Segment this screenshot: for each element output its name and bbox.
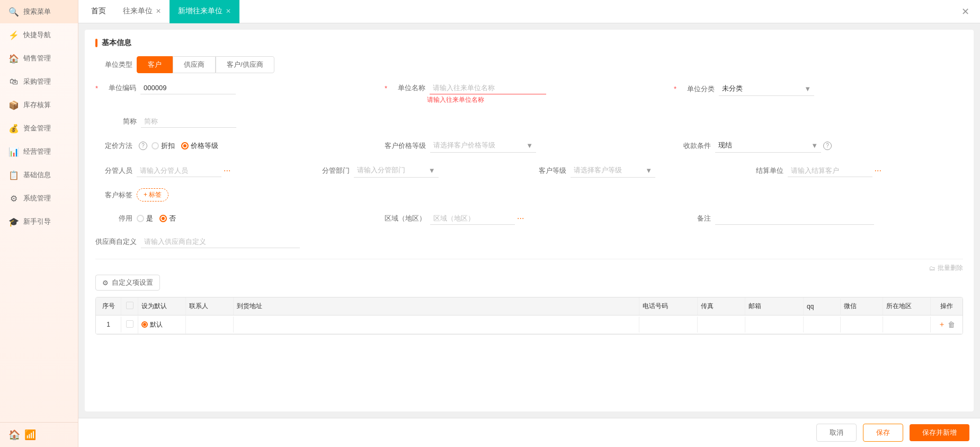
unit-type-supplier[interactable]: 供应商 xyxy=(173,56,216,73)
payment-terms-select[interactable]: 现结 ▼ xyxy=(715,138,821,153)
settlement-unit-ellipsis[interactable]: ··· xyxy=(872,166,884,176)
disabled-yes[interactable]: 是 xyxy=(137,214,153,223)
manager-input[interactable] xyxy=(137,164,221,177)
tab-new-trading-partner[interactable]: 新增往来单位 ✕ xyxy=(170,0,239,23)
sidebar-item-label: 系统管理 xyxy=(23,194,51,203)
sidebar-item-purchase[interactable]: 🛍 采购管理 xyxy=(0,70,78,93)
settlement-unit-input[interactable] xyxy=(788,164,872,177)
unit-type-both[interactable]: 客户/供应商 xyxy=(216,56,274,73)
unit-name-label: 单位名称 xyxy=(388,83,425,93)
disabled-field: 停用 是 否 xyxy=(95,214,380,223)
sidebar-item-system[interactable]: ⚙ 系统管理 xyxy=(0,187,78,210)
contact-table: 序号 设为默认 联系人 到货地址 电话号码 传真 邮箱 qq 微信 所在地区 操… xyxy=(95,297,963,335)
row-default-radio[interactable] xyxy=(141,321,148,328)
row-contact[interactable] xyxy=(186,317,234,332)
unit-category-value: 未分类 xyxy=(722,84,802,93)
row-add-icon[interactable]: ＋ xyxy=(938,320,946,329)
row-address[interactable] xyxy=(234,317,639,332)
supplier-custom-input[interactable] xyxy=(141,235,300,248)
save-new-button[interactable]: 保存并新增 xyxy=(910,424,969,441)
divider xyxy=(95,259,963,259)
row-checkbox[interactable] xyxy=(126,320,133,328)
row-delete-icon[interactable]: 🗑 xyxy=(948,320,955,329)
col-header-seq: 序号 xyxy=(96,297,121,315)
save-button[interactable]: 保存 xyxy=(863,424,903,442)
sidebar-item-guide[interactable]: 🎓 新手引导 xyxy=(0,210,78,233)
row-email-input[interactable] xyxy=(749,321,800,328)
unit-type-group: 客户 供应商 客户/供应商 xyxy=(137,56,274,73)
sidebar-item-search[interactable]: 🔍 搜索菜单 xyxy=(0,0,78,23)
unit-name-error: 请输入往来单位名称 xyxy=(385,95,484,104)
unit-name-input[interactable] xyxy=(430,82,546,94)
row-qq-input[interactable] xyxy=(807,321,837,328)
sidebar-item-basic-info[interactable]: 📋 基础信息 xyxy=(0,163,78,187)
sidebar-item-label: 搜索菜单 xyxy=(23,7,51,16)
row-email[interactable] xyxy=(745,317,804,332)
col-header-region: 所在地区 xyxy=(883,297,931,315)
sidebar-item-finance[interactable]: 💰 资金管理 xyxy=(0,117,78,140)
row-contact-input[interactable] xyxy=(189,321,230,328)
sidebar-item-label: 基础信息 xyxy=(23,170,51,180)
tab-home[interactable]: 首页 xyxy=(83,0,114,23)
payment-terms-help-icon[interactable]: ? xyxy=(823,142,832,150)
col-header-check xyxy=(121,297,138,315)
sidebar-item-inventory[interactable]: 📦 库存核算 xyxy=(0,93,78,117)
sidebar-item-quick-nav[interactable]: ⚡ 快捷导航 xyxy=(0,23,78,47)
region-input[interactable] xyxy=(430,212,515,225)
short-name-field: 简称 xyxy=(95,115,959,128)
tab-trading-partner-close[interactable]: ✕ xyxy=(156,7,161,15)
sidebar-item-label: 资金管理 xyxy=(23,124,51,133)
pricing-discount-label: 折扣 xyxy=(161,141,175,151)
window-close-button[interactable]: ✕ xyxy=(955,6,976,17)
footer-icon-2[interactable]: 📶 xyxy=(24,429,36,441)
search-icon: 🔍 xyxy=(8,6,19,17)
customer-price-level-select[interactable]: 请选择客户价格等级 ▼ xyxy=(430,138,536,153)
unit-category-select[interactable]: 未分类 ▼ xyxy=(719,82,814,96)
payment-terms-label: 收款条件 xyxy=(674,141,711,151)
pricing-level-label: 价格等级 xyxy=(191,141,218,151)
row-region-input[interactable] xyxy=(886,321,927,328)
section-title: 基本信息 xyxy=(95,38,963,48)
header-checkbox[interactable] xyxy=(126,302,133,309)
manager-ellipsis[interactable]: ··· xyxy=(221,166,233,176)
disabled-no[interactable]: 否 xyxy=(159,214,176,223)
tag-add-button[interactable]: + 标签 xyxy=(137,188,168,201)
remark-input[interactable] xyxy=(715,212,874,225)
row-address-input[interactable] xyxy=(237,321,636,328)
short-name-input[interactable] xyxy=(141,115,236,128)
row-check[interactable] xyxy=(121,316,138,334)
customer-level-label: 客户等级 xyxy=(529,166,566,176)
sidebar-item-sales[interactable]: 🏠 销售管理 xyxy=(0,47,78,70)
region-ellipsis[interactable]: ··· xyxy=(515,214,526,223)
department-select[interactable]: 请输入分管部门 ▼ xyxy=(354,163,439,178)
customer-level-select[interactable]: 请选择客户等级 ▼ xyxy=(571,163,655,178)
pricing-discount[interactable]: 折扣 xyxy=(152,141,175,151)
unit-code-input[interactable] xyxy=(140,82,236,94)
pricing-help-icon[interactable]: ? xyxy=(139,142,147,150)
row-qq[interactable] xyxy=(804,317,841,332)
tab-new-trading-partner-close[interactable]: ✕ xyxy=(226,7,231,15)
cancel-button[interactable]: 取消 xyxy=(816,424,857,442)
customer-price-level-placeholder: 请选择客户价格等级 xyxy=(433,141,524,150)
col-header-qq: qq xyxy=(804,299,841,314)
pricing-level[interactable]: 价格等级 xyxy=(181,141,218,151)
row-phone-input[interactable] xyxy=(643,321,694,328)
row-region[interactable] xyxy=(883,317,931,332)
sidebar-item-operations[interactable]: 📊 经营管理 xyxy=(0,140,78,163)
custom-settings-button[interactable]: ⚙ 自定义项设置 xyxy=(95,275,160,291)
row-phone[interactable] xyxy=(639,317,698,332)
row-fax-input[interactable] xyxy=(701,321,742,328)
row-wechat-input[interactable] xyxy=(844,321,879,328)
pricing-level-radio xyxy=(181,142,189,150)
region-label: 区域（地区） xyxy=(385,214,426,223)
unit-type-customer[interactable]: 客户 xyxy=(137,56,173,73)
customer-tag-field: 客户标签 + 标签 xyxy=(95,188,959,201)
unit-name-field: * 单位名称 请输入往来单位名称 xyxy=(385,82,670,104)
sidebar-item-label: 经营管理 xyxy=(23,147,51,156)
footer-icon-1[interactable]: 🏠 xyxy=(8,429,20,441)
row-fax[interactable] xyxy=(698,317,745,332)
batch-delete-btn[interactable]: 🗂 批量删除 xyxy=(95,264,963,273)
row-wechat[interactable] xyxy=(841,317,883,332)
row-misc: 停用 是 否 区域（地区） ··· 备注 xyxy=(95,212,963,227)
tab-trading-partner[interactable]: 往来单位 ✕ xyxy=(114,0,170,23)
